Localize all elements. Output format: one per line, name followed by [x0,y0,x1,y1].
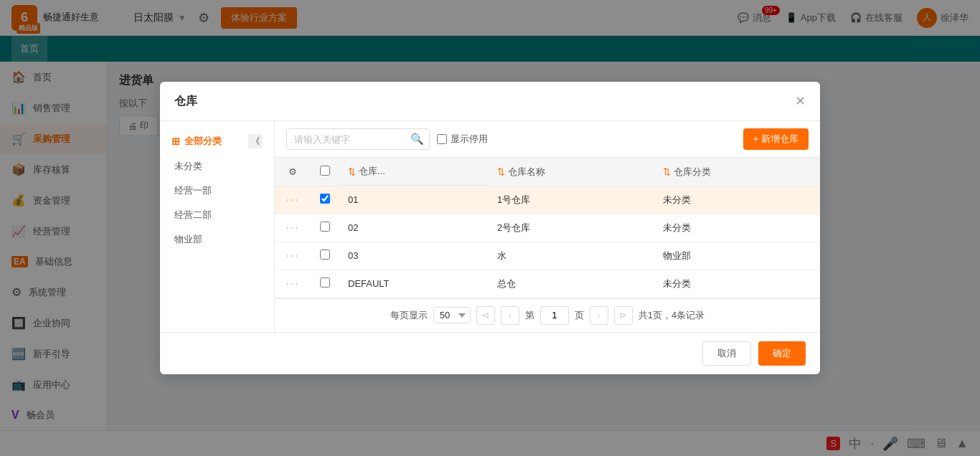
table-row[interactable]: ··· DEFAULT 总仓 未分类 [275,270,820,298]
table-row[interactable]: ··· 02 2号仓库 未分类 [275,214,820,242]
warehouse-modal: 仓库 ✕ ⊞ 全部分类 《 未分类 经营一部 经营二部 物业部 [160,82,820,374]
page-prev-button[interactable]: ‹ [501,306,519,325]
th-name: ⇅ 仓库名称 [489,158,654,186]
search-wrap: 🔍 [286,128,430,150]
td-name: 1号仓库 [489,186,654,214]
select-all-checkbox[interactable] [320,166,330,176]
modal-body: ⊞ 全部分类 《 未分类 经营一部 经营二部 物业部 🔍 [160,121,820,332]
category-unclassified[interactable]: 未分类 [160,154,274,179]
modal-close-button[interactable]: ✕ [795,93,806,109]
row-checkbox[interactable] [320,222,330,232]
data-table: ⚙ ⇅ 仓库... ⇅ 仓库名称 [275,158,820,298]
show-disabled-checkbox[interactable] [437,134,447,144]
table-row[interactable]: ··· 03 水 物业部 [275,242,820,270]
page-size-select[interactable]: 50 10 20 100 [433,307,471,323]
category-panel: ⊞ 全部分类 《 未分类 经营一部 经营二部 物业部 [160,121,275,332]
td-checkbox [311,214,339,242]
add-warehouse-button[interactable]: + 新增仓库 [743,128,809,150]
td-actions: ··· [275,270,311,298]
pagination-bar: 每页显示 50 10 20 100 ⊲ ‹ 第 页 › ⊳ 共1页，4条记录 [275,298,820,332]
page-unit: 页 [575,309,584,322]
search-icon[interactable]: 🔍 [410,133,424,146]
show-disabled-label: 显示停用 [451,133,488,146]
sort-cat-icon: ⇅ [663,166,671,177]
category-collapse-button[interactable]: 《 [248,134,263,148]
th-code: ⇅ 仓库... [339,158,489,186]
sort-icon: ⇅ [348,166,356,177]
table-row[interactable]: ··· 01 1号仓库 未分类 [275,186,820,214]
row-checkbox[interactable] [320,194,330,204]
category-header[interactable]: ⊞ 全部分类 《 [160,128,274,154]
add-warehouse-label: + 新增仓库 [753,133,798,146]
action-dots[interactable]: ··· [286,277,299,290]
td-category: 未分类 [654,186,820,214]
warehouse-table: ⚙ ⇅ 仓库... ⇅ 仓库名称 [275,158,820,298]
modal-title: 仓库 [174,94,197,109]
modal-footer: 取消 确定 [160,332,820,374]
table-panel: 🔍 显示停用 + 新增仓库 ⚙ [275,121,820,332]
confirm-button[interactable]: 确定 [758,341,806,366]
td-category: 未分类 [654,214,820,242]
td-category: 物业部 [654,242,820,270]
td-actions: ··· [275,214,311,242]
table-header-row: ⚙ ⇅ 仓库... ⇅ 仓库名称 [275,158,820,186]
td-name: 总仓 [489,270,654,298]
per-page-label: 每页显示 [390,309,428,322]
category-property[interactable]: 物业部 [160,227,274,252]
page-input[interactable] [540,306,569,325]
th-name-label: 仓库名称 [508,166,545,177]
category-dept2[interactable]: 经营二部 [160,203,274,227]
td-actions: ··· [275,242,311,270]
page-label: 第 [525,309,534,322]
row-checkbox[interactable] [320,250,330,260]
td-checkbox [311,186,339,214]
cancel-button[interactable]: 取消 [702,341,751,366]
td-checkbox [311,242,339,270]
td-code: 02 [339,214,489,242]
modal-overlay: 仓库 ✕ ⊞ 全部分类 《 未分类 经营一部 经营二部 物业部 [0,0,980,456]
th-code-label: 仓库... [359,165,385,178]
page-first-button[interactable]: ⊲ [476,306,495,325]
modal-header: 仓库 ✕ [160,82,820,121]
collapse-icon: 《 [251,136,260,148]
td-name: 2号仓库 [489,214,654,242]
td-name: 水 [489,242,654,270]
row-checkbox[interactable] [320,277,330,288]
th-settings: ⚙ [275,158,311,186]
grid-icon: ⊞ [171,136,180,147]
action-dots[interactable]: ··· [286,250,299,262]
sort-name-icon: ⇅ [497,166,505,177]
action-dots[interactable]: ··· [286,222,299,234]
page-last-button[interactable]: ⊳ [614,306,633,325]
category-dept1[interactable]: 经营一部 [160,179,274,203]
all-categories-label: 全部分类 [184,135,222,148]
td-code: 01 [339,186,489,214]
td-code: 03 [339,242,489,270]
th-checkbox [311,158,339,186]
td-actions: ··· [275,186,311,214]
action-dots[interactable]: ··· [286,194,299,206]
table-toolbar: 🔍 显示停用 + 新增仓库 [275,121,820,158]
td-checkbox [311,270,339,298]
page-next-button[interactable]: › [590,306,608,325]
td-code: DEFAULT [339,270,489,298]
show-disabled-wrap: 显示停用 [437,133,488,146]
total-label: 共1页，4条记录 [639,309,705,322]
th-category-label: 仓库分类 [674,166,711,177]
th-category: ⇅ 仓库分类 [654,158,820,186]
table-body: ··· 01 1号仓库 未分类 ··· 02 2号仓库 未分类 ··· 03 水… [275,186,820,298]
td-category: 未分类 [654,270,820,298]
search-input[interactable] [286,128,430,150]
